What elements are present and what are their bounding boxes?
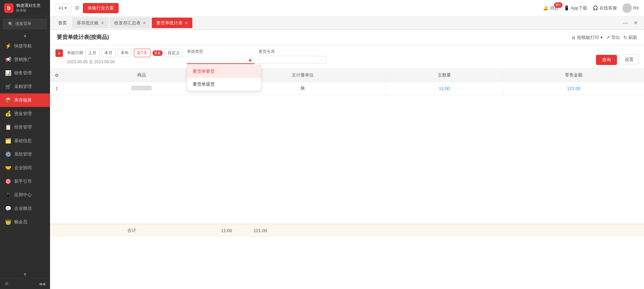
warehouse-more-icon[interactable]: ···	[319, 57, 323, 62]
sidebar-item-basic[interactable]: 🗂️ 基础信息	[0, 134, 50, 148]
topbar-right: 🔔 消息 99+ 📱 App下载 🎧 在线客服 Rit	[543, 3, 639, 13]
footer-quantity: 11.00	[210, 228, 243, 233]
sidebar-item-member[interactable]: 👑 畅会员	[0, 215, 50, 229]
type-dropdown: 要货单要货 要货单退货	[187, 65, 261, 91]
finance-icon: 💰	[5, 110, 11, 117]
date-btn-last-month[interactable]: 上月	[85, 49, 99, 57]
main-content: 41 ▾ ⚙ 体验行业方案 🔔 消息 99+ 📱 App下载 🎧 在线客服	[50, 0, 644, 289]
table-empty-space	[50, 95, 644, 224]
app-logo: b 畅捷通好生意 标准版	[0, 0, 50, 16]
type-filter-input[interactable]: ▲	[187, 56, 255, 64]
row-quantity[interactable]: 11.00	[385, 82, 503, 95]
data-table: ⚙ 商品 主计量单位 主数量 零售金额 1 块	[50, 69, 644, 95]
sidebar-item-system[interactable]: ⚙️ 系统管理	[0, 148, 50, 161]
sidebar-scroll-up[interactable]: ▲	[0, 31, 50, 39]
logo-text: 畅捷通好生意 标准版	[16, 3, 41, 13]
date-btn-this-month[interactable]: 本月	[101, 49, 116, 57]
headset-icon: 🎧	[593, 5, 598, 10]
page-actions: 🖨 按模板打印 ▾ ↗ 导出 ↻ 刷新	[571, 35, 637, 41]
filter-expand-btn[interactable]: »	[55, 49, 63, 57]
export-icon: ↗	[606, 35, 610, 40]
th-amount: 零售金额	[503, 69, 644, 82]
sidebar-settings-icon[interactable]: ⚙	[5, 281, 9, 286]
bell-icon: 🔔	[543, 5, 548, 10]
print-icon: 🖨	[571, 35, 576, 40]
tab-minimize-btn[interactable]: —	[621, 19, 630, 27]
enterprise-icon: 🤝	[5, 164, 11, 171]
tab-batch[interactable]: 库存批次账 ✕	[72, 18, 109, 28]
settings-button[interactable]: 设置	[620, 54, 639, 65]
tabbar: 首页 库存批次账 ✕ 收发存汇总表 ✕ 要货单统计表 ✕ — ✕	[50, 16, 644, 30]
tab-summary-close[interactable]: ✕	[143, 21, 146, 25]
settings-icon: ⚙	[55, 73, 59, 78]
topbar: 41 ▾ ⚙ 体验行业方案 🔔 消息 99+ 📱 App下载 🎧 在线客服	[50, 0, 644, 16]
store-selector[interactable]: 41 ▾	[55, 4, 71, 12]
page-header: 要货单统计表(按商品) 🖨 按模板打印 ▾ ↗ 导出 ↻ 刷新	[50, 30, 644, 45]
basic-icon: 🗂️	[5, 137, 11, 144]
sidebar: b 畅捷通好生意 标准版 🔍 搜索菜单 ▲ ⚡ 快捷导航 📢 营销推广 📊 销售…	[0, 0, 50, 289]
date-range-display: 2023-05-06 至 2023-06-06	[67, 59, 183, 65]
online-service-btn[interactable]: 🎧 在线客服	[593, 5, 617, 11]
sidebar-item-sales[interactable]: 📊 销售管理	[0, 66, 50, 80]
tabbar-actions: — ✕	[621, 19, 640, 27]
sidebar-item-purchase[interactable]: 🛒 采购管理	[0, 80, 50, 93]
sidebar-scroll-down[interactable]: ▼	[0, 270, 50, 278]
refresh-btn[interactable]: ↻ 刷新	[623, 35, 637, 41]
row-amount[interactable]: 121.00	[503, 82, 644, 95]
date-btn-7days[interactable]: 近7天	[134, 49, 150, 57]
date-btn-custom[interactable]: 自定义	[165, 49, 183, 57]
filter-actions: 查询 设置	[596, 54, 639, 65]
tab-order-stats-close[interactable]: ✕	[185, 21, 188, 25]
sidebar-item-marketing[interactable]: 📢 营销推广	[0, 53, 50, 66]
table-row: 1 块 11.00 121.00	[50, 82, 644, 95]
appstore-icon: 📱	[5, 192, 11, 198]
sidebar-item-quicknav[interactable]: ⚡ 快捷导航	[0, 39, 50, 53]
chevron-down-icon: ▾	[65, 5, 67, 10]
date-btn-this-year[interactable]: 本年	[118, 49, 132, 57]
messages-btn[interactable]: 🔔 消息 99+	[543, 5, 558, 11]
sidebar-search[interactable]: 🔍 搜索菜单	[3, 18, 47, 29]
sidebar-item-appstore[interactable]: 📱 应用中心	[0, 188, 50, 202]
row-index: 1	[50, 82, 64, 95]
warehouse-filter-group: 要货仓库 ···	[259, 49, 326, 64]
app-download-btn[interactable]: 📱 App下载	[564, 5, 587, 11]
sidebar-item-newbie[interactable]: 🎯 新手引导	[0, 175, 50, 188]
query-button[interactable]: 查询	[596, 55, 617, 65]
tab-summary[interactable]: 收发存汇总表 ✕	[110, 18, 150, 28]
tab-close-all-btn[interactable]: ✕	[631, 19, 640, 27]
user-avatar-btn[interactable]: Rit	[622, 3, 639, 13]
phone-icon: 📱	[564, 5, 569, 10]
date-filter-buttons: 单据日期 上月 本月 本年 近7天 更多 自定义	[67, 49, 183, 57]
sidebar-item-finance[interactable]: 💰 资金管理	[0, 107, 50, 120]
date-filter-group: 单据日期 上月 本月 本年 近7天 更多 自定义 2023-05-06 至 20…	[67, 49, 183, 65]
tab-home[interactable]: 首页	[54, 18, 71, 28]
type-filter-group: 单据类型 ▲ 要货单要货 要货单退货	[187, 49, 255, 64]
type-chevron-up-icon[interactable]: ▲	[248, 57, 253, 62]
topbar-gear-icon[interactable]: ⚙	[75, 5, 79, 11]
tab-order-stats[interactable]: 要货单统计表 ✕	[152, 18, 192, 28]
table-footer: 合计 11.00 121.00	[50, 224, 644, 237]
type-input-field[interactable]	[189, 57, 246, 62]
sidebar-item-enterprise[interactable]: 🤝 企业协同	[0, 161, 50, 175]
th-settings[interactable]: ⚙	[50, 69, 64, 82]
print-btn[interactable]: 🖨 按模板打印 ▾	[571, 35, 603, 41]
tab-batch-close[interactable]: ✕	[101, 21, 104, 25]
sidebar-item-operation[interactable]: 📋 经营管理	[0, 120, 50, 134]
sidebar-item-wechat[interactable]: 💬 企业微信	[0, 202, 50, 215]
member-icon: 👑	[5, 219, 11, 225]
warehouse-input-field[interactable]	[262, 57, 318, 62]
sales-icon: 📊	[5, 70, 11, 76]
newbie-icon: 🎯	[5, 178, 11, 185]
dropdown-item-return[interactable]: 要货单退货	[187, 78, 261, 91]
export-btn[interactable]: ↗ 导出	[606, 35, 620, 41]
page-title: 要货单统计表(按商品)	[57, 34, 109, 41]
date-more-badge[interactable]: 更多	[152, 50, 163, 56]
warehouse-filter-input[interactable]: ···	[259, 56, 326, 64]
sidebar-collapse-icon[interactable]: ◀◀	[39, 281, 45, 286]
sidebar-item-inventory[interactable]: 📦 库存核算	[0, 93, 50, 107]
purchase-icon: 🛒	[5, 83, 11, 90]
logo-icon: b	[4, 3, 14, 13]
dropdown-item-order[interactable]: 要货单要货	[187, 65, 261, 78]
trial-btn[interactable]: 体验行业方案	[83, 3, 119, 13]
operation-icon: 📋	[5, 124, 11, 131]
